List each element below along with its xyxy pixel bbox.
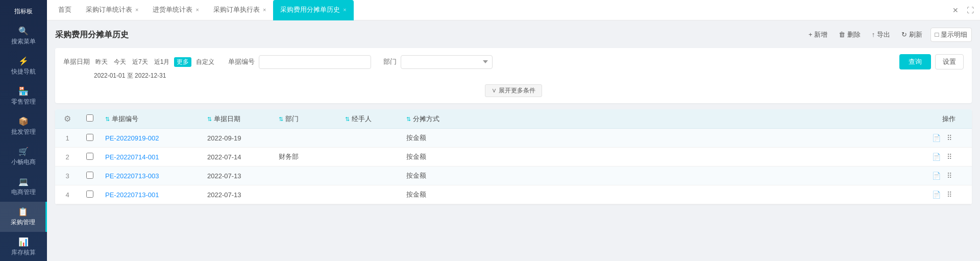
row-dept <box>274 185 340 204</box>
tab-close-icon[interactable]: × <box>135 7 138 13</box>
wholesale-icon: 📦 <box>18 116 29 126</box>
sidebar-item-quicknav[interactable]: ⚡ 快捷导航 <box>0 51 47 81</box>
row-handler <box>340 185 401 204</box>
yesterday-shortcut[interactable]: 昨天 <box>94 57 109 67</box>
doc-no-link[interactable]: PE-20220919-002 <box>105 134 159 142</box>
month-shortcut[interactable]: 近1月 <box>153 57 172 67</box>
sidebar-item-purchase[interactable]: 📋 采购管理 <box>0 202 47 232</box>
dept-select[interactable]: 财务部 <box>401 55 493 69</box>
doc-no-link[interactable]: PE-20220713-001 <box>105 191 159 199</box>
col-actions: 操作 <box>926 109 972 129</box>
doc-no-link[interactable]: PE-20220714-001 <box>105 153 159 161</box>
sidebar-item-retail[interactable]: 🏪 零售管理 <box>0 81 47 111</box>
ecommerce-xiao-icon: 🛒 <box>18 147 29 156</box>
row-actions: 📄 ⠿ <box>926 148 972 167</box>
col-handler[interactable]: ⇅ 经手人 <box>340 109 401 129</box>
add-button[interactable]: + 新增 <box>805 28 830 41</box>
sidebar-item-ecommerce[interactable]: 💻 电商管理 <box>0 172 47 202</box>
doc-no-link[interactable]: PE-20220713-003 <box>105 172 159 180</box>
row-select-checkbox[interactable] <box>86 134 93 141</box>
tab-incoming-stat[interactable]: 进货单统计表 × <box>145 0 206 20</box>
row-handler <box>340 129 401 148</box>
search-icon: 🔍 <box>18 26 29 36</box>
row-date: 2022-07-14 <box>202 148 274 167</box>
row-checkbox[interactable] <box>80 185 100 204</box>
row-doc-no[interactable]: PE-20220713-003 <box>100 167 202 185</box>
fullscreen-button[interactable]: ⛶ <box>965 5 976 15</box>
row-doc-no[interactable]: PE-20220713-001 <box>100 185 202 204</box>
action-buttons: + 新增 🗑 删除 ↑ 导出 ↻ 刷新 □ 显示明细 <box>805 28 972 42</box>
tab-home[interactable]: 首页 <box>51 0 79 20</box>
tab-close-icon[interactable]: × <box>263 7 266 13</box>
col-dept[interactable]: ⇅ 部门 <box>274 109 340 129</box>
filter-settings-button[interactable]: 设置 <box>935 54 964 69</box>
row-actions: 📄 ⠿ <box>926 185 972 204</box>
row-no: 4 <box>55 185 80 204</box>
data-table: ⚙ ⇅ 单据编号 ⇅ 单据日期 ⇅ 部门 ⇅ 经手人 ⇅ 分摊方式 操作 1 P… <box>55 109 972 204</box>
doc-no-input[interactable] <box>259 55 371 69</box>
col-doc-no[interactable]: ⇅ 单据编号 <box>100 109 202 129</box>
sidebar-item-label: 小畅电商 <box>11 158 36 167</box>
delete-button[interactable]: 🗑 删除 <box>836 28 864 41</box>
row-dept: 财务部 <box>274 148 340 167</box>
close-all-button[interactable]: ✕ <box>950 5 961 15</box>
export-button[interactable]: ↑ 导出 <box>869 28 893 41</box>
filter-area: 单据日期 昨天 今天 近7天 近1月 更多 自定义 单据编号 <box>55 48 972 103</box>
tab-active-close-icon[interactable]: × <box>343 7 346 13</box>
row-no: 2 <box>55 148 80 167</box>
col-gear[interactable]: ⚙ <box>55 109 80 129</box>
row-select-checkbox[interactable] <box>86 153 93 160</box>
show-columns-button[interactable]: □ 显示明细 <box>930 28 972 42</box>
tab-purchase-order-exec[interactable]: 采购订单执行表 × <box>206 0 273 20</box>
select-all-checkbox[interactable] <box>86 114 93 122</box>
table-header-row: ⚙ ⇅ 单据编号 ⇅ 单据日期 ⇅ 部门 ⇅ 经手人 ⇅ 分摊方式 操作 <box>55 109 972 129</box>
row-edit-button[interactable]: 📄 <box>931 152 942 162</box>
row-more-button[interactable]: ⠿ <box>946 189 953 200</box>
date-filter-label: 单据日期 <box>63 57 90 66</box>
row-checkbox[interactable] <box>80 129 100 148</box>
row-more-button[interactable]: ⠿ <box>946 152 953 162</box>
row-checkbox[interactable] <box>80 148 100 167</box>
row-select-checkbox[interactable] <box>86 172 93 179</box>
doc-no-filter: 单据编号 <box>228 55 371 69</box>
row-checkbox[interactable] <box>80 167 100 185</box>
row-handler <box>340 148 401 167</box>
row-doc-no[interactable]: PE-20220714-001 <box>100 148 202 167</box>
col-method[interactable]: ⇅ 分摊方式 <box>401 109 926 129</box>
dept-filter-label: 部门 <box>383 57 397 66</box>
date-filter: 单据日期 昨天 今天 近7天 近1月 更多 自定义 <box>63 57 216 67</box>
tab-purchase-cost-history[interactable]: 采购费用分摊单历史 × <box>273 0 353 20</box>
sidebar-item-ecommerce-xiao[interactable]: 🛒 小畅电商 <box>0 141 47 172</box>
row-edit-button[interactable]: 📄 <box>931 171 942 181</box>
sidebar-item-label: 电商管理 <box>11 188 36 197</box>
row-no: 3 <box>55 167 80 185</box>
tab-purchase-order-exec-label: 采购订单执行表 <box>213 5 260 14</box>
row-actions: 📄 ⠿ <box>926 129 972 148</box>
today-shortcut[interactable]: 今天 <box>112 57 128 67</box>
expand-more-button[interactable]: ∨ 展开更多条件 <box>485 84 542 97</box>
week-shortcut[interactable]: 近7天 <box>131 57 150 67</box>
row-edit-button[interactable]: 📄 <box>931 189 942 200</box>
row-select-checkbox[interactable] <box>86 191 93 198</box>
sidebar-item-search[interactable]: 🔍 搜索菜单 <box>0 21 47 51</box>
table-row: 2 PE-20220714-001 2022-07-14 财务部 按金额 📄 ⠿ <box>55 148 972 167</box>
more-shortcut[interactable]: 更多 <box>174 57 191 67</box>
tab-purchase-order-stat[interactable]: 采购订单统计表 × <box>79 0 145 20</box>
main-area: 首页 采购订单统计表 × 进货单统计表 × 采购订单执行表 × 采购费用分摊单历… <box>47 0 980 261</box>
filter-row: 单据日期 昨天 今天 近7天 近1月 更多 自定义 单据编号 <box>63 54 964 69</box>
custom-shortcut[interactable]: 自定义 <box>194 57 216 67</box>
col-date[interactable]: ⇅ 单据日期 <box>202 109 274 129</box>
row-doc-no[interactable]: PE-20220919-002 <box>100 129 202 148</box>
row-more-button[interactable]: ⠿ <box>946 171 953 181</box>
tab-close-icon[interactable]: × <box>195 7 199 13</box>
query-button[interactable]: 查询 <box>899 54 931 69</box>
sidebar-item-wholesale[interactable]: 📦 批发管理 <box>0 111 47 141</box>
sidebar-item-label: 搜索菜单 <box>11 37 36 46</box>
row-method: 按金额 <box>401 167 926 185</box>
refresh-button[interactable]: ↻ 刷新 <box>898 28 925 41</box>
row-more-button[interactable]: ⠿ <box>946 133 953 143</box>
dept-filter: 部门 财务部 <box>383 55 493 69</box>
row-edit-button[interactable]: 📄 <box>931 133 942 143</box>
table-row: 3 PE-20220713-003 2022-07-13 按金额 📄 ⠿ <box>55 167 972 185</box>
sidebar-item-inventory[interactable]: 📊 库存核算 <box>0 232 47 261</box>
